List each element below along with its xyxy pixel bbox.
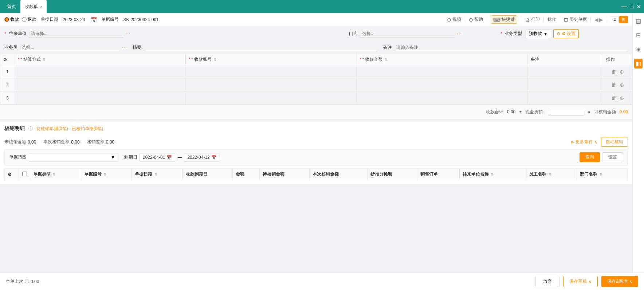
discount-col-header: 折扣分摊额 bbox=[367, 169, 417, 180]
date-from-input[interactable]: 2022-04-01 📅 bbox=[140, 153, 175, 162]
print-btn[interactable]: 🖨 打印 bbox=[525, 16, 540, 23]
save-new-label: 保存&新增 bbox=[607, 278, 628, 285]
staff-more-btn[interactable]: ··· bbox=[122, 44, 127, 51]
select-all-checkbox[interactable] bbox=[22, 172, 27, 176]
sidebar-attach-icon[interactable]: ⊕ bbox=[635, 44, 642, 54]
refund-radio-input[interactable] bbox=[22, 17, 27, 22]
print-icon: 🖨 bbox=[525, 17, 530, 23]
section-title: 核销明细 bbox=[4, 125, 25, 132]
query-button[interactable]: 查询 bbox=[580, 152, 600, 162]
auto-verify-button[interactable]: 自动核销 bbox=[601, 137, 628, 147]
amount-cell-2[interactable] bbox=[357, 78, 527, 91]
counterpart-more-btn[interactable]: ··· bbox=[126, 31, 130, 37]
settlement-cell-2[interactable] bbox=[15, 78, 186, 91]
remark-input[interactable] bbox=[394, 44, 628, 51]
info-icon[interactable]: ⓘ bbox=[28, 126, 33, 132]
calendar-to-icon: 📅 bbox=[211, 155, 217, 160]
settlement-cell-1[interactable] bbox=[15, 65, 186, 78]
diff-stat: 核销差额 0.00 bbox=[87, 139, 114, 145]
draft-button[interactable]: 保存草稿 ∧ bbox=[563, 276, 598, 287]
refund-radio-label: 退款 bbox=[28, 16, 36, 23]
copy-icon-1[interactable]: ⊕ bbox=[620, 69, 624, 75]
date-to-input[interactable]: 2022-04-12 📅 bbox=[184, 153, 220, 162]
remark-cell-3[interactable] bbox=[528, 91, 603, 105]
done-label: 已核销单据(0笔) bbox=[72, 126, 103, 131]
shortcut-btn[interactable]: ⌨ 快捷键 bbox=[491, 15, 517, 24]
next-arrow[interactable]: ▶ bbox=[599, 17, 603, 23]
staff-input[interactable] bbox=[20, 44, 120, 51]
checkbox-col-header[interactable] bbox=[19, 169, 30, 180]
abandon-button[interactable]: 放弃 bbox=[535, 276, 559, 287]
gear-col-header[interactable]: ⚙ bbox=[5, 169, 19, 180]
refund-radio[interactable]: 退款 bbox=[22, 16, 36, 23]
table-gear-header[interactable]: ⚙ bbox=[0, 54, 15, 65]
help-btn[interactable]: ⊙ 帮助 bbox=[469, 16, 483, 23]
diff-label: 核销差额 bbox=[87, 139, 105, 145]
pending-label: 待核销单据(0笔) bbox=[36, 126, 68, 131]
done-tab[interactable]: 已核销单据(0笔) bbox=[72, 126, 103, 132]
remark-cell-1[interactable] bbox=[528, 65, 603, 78]
col-remark-header: 备注 bbox=[528, 54, 603, 65]
account-cell-3[interactable] bbox=[186, 91, 357, 105]
history-btn[interactable]: ⊟ 历史单据 bbox=[564, 16, 587, 23]
nav-tab-receipt[interactable]: 收款单 × bbox=[20, 0, 47, 13]
receipt-radio-input[interactable] bbox=[4, 17, 9, 22]
counterpart-input[interactable] bbox=[29, 30, 123, 38]
delete-icon-3[interactable]: 🗑 bbox=[611, 95, 616, 101]
date-range: 到期日 2022-04-01 📅 — 2022-04-12 📅 bbox=[124, 153, 220, 162]
copy-icon-3[interactable]: ⊕ bbox=[620, 95, 624, 101]
summary-field: 摘要 bbox=[133, 44, 377, 51]
form-row2: 业务员 ··· 摘要 备注 bbox=[0, 42, 632, 54]
grid-view-btn[interactable]: ⊞ bbox=[619, 16, 628, 23]
account-cell-2[interactable] bbox=[186, 78, 357, 91]
account-cell-1[interactable] bbox=[186, 65, 357, 78]
video-label: 视频 bbox=[452, 16, 461, 23]
sidebar-doc-icon[interactable]: ⊟ bbox=[635, 30, 642, 40]
receipt-radio[interactable]: 收款 bbox=[4, 16, 19, 23]
settings-button[interactable]: ⚙ ⚙ 设置 bbox=[553, 29, 579, 38]
save-new-arrow-icon: ∧ bbox=[629, 279, 632, 284]
auto-verify-label: 自动核销 bbox=[606, 139, 623, 144]
remark-cell-2[interactable] bbox=[528, 78, 603, 91]
operations-btn[interactable]: 操作 bbox=[547, 16, 556, 23]
amount-cell-1[interactable] bbox=[357, 65, 527, 78]
more-conditions-label: 更多条件 bbox=[576, 139, 593, 145]
more-conditions-btn[interactable]: ⊳ 更多条件 ∧ bbox=[571, 139, 597, 145]
toolbar-row: 收款 退款 单据日期 2023-03-24 📅 单据编号 SK-20230324… bbox=[0, 13, 632, 26]
operations-label: 操作 bbox=[547, 16, 556, 23]
table-container: ⚙ ** 结算方式 ⇅ ** 收款账号 ⇅ ** 收款金额 ⇅ bbox=[0, 54, 632, 105]
window-close-icon[interactable]: ✕ bbox=[636, 3, 641, 10]
discount-input[interactable] bbox=[548, 108, 584, 116]
sidebar-table-icon[interactable]: ▤ bbox=[634, 16, 643, 26]
number-col-header: 单据编号 ⇅ bbox=[81, 169, 132, 180]
copy-icon-2[interactable]: ⊕ bbox=[620, 82, 624, 88]
store-more-btn[interactable]: ··· bbox=[457, 31, 462, 37]
date-label: 单据日期 bbox=[41, 16, 58, 23]
nav-tab-home[interactable]: 首页 bbox=[3, 0, 20, 13]
save-new-button[interactable]: 保存&新增 ∧ bbox=[601, 276, 638, 287]
window-max-icon[interactable]: □ bbox=[630, 3, 633, 10]
window-min-icon[interactable]: — bbox=[621, 3, 627, 10]
list-view-btn[interactable]: ≡ bbox=[611, 16, 619, 23]
delete-icon-1[interactable]: 🗑 bbox=[611, 69, 616, 75]
video-btn[interactable]: ⊙ 视频 bbox=[447, 16, 461, 23]
business-type-dropdown[interactable]: 预收款 ▼ bbox=[526, 29, 551, 38]
setting-button[interactable]: 设置 bbox=[602, 152, 623, 162]
settlement-cell-3[interactable] bbox=[15, 91, 186, 105]
calendar-icon[interactable]: 📅 bbox=[91, 17, 97, 23]
current-value: 0.00 bbox=[71, 140, 79, 145]
sidebar-layout-icon[interactable]: ◧ bbox=[634, 59, 643, 68]
divider6 bbox=[590, 17, 591, 23]
print-label: 打印 bbox=[531, 16, 540, 23]
tab-close-icon[interactable]: × bbox=[40, 4, 42, 9]
row-num-1: 1 bbox=[0, 65, 15, 78]
pending-tab[interactable]: 待核销单据(0笔) bbox=[36, 126, 68, 132]
amount-cell-3[interactable] bbox=[357, 91, 527, 105]
section-divider bbox=[0, 119, 632, 122]
prev-arrow[interactable]: ◀ bbox=[594, 17, 598, 23]
delete-icon-2[interactable]: 🗑 bbox=[611, 82, 616, 88]
range-select[interactable]: ▼ bbox=[29, 153, 118, 162]
uncancelled-label: 未核销金额 bbox=[4, 139, 26, 145]
store-input[interactable] bbox=[360, 30, 455, 38]
summary-input[interactable] bbox=[144, 44, 377, 51]
